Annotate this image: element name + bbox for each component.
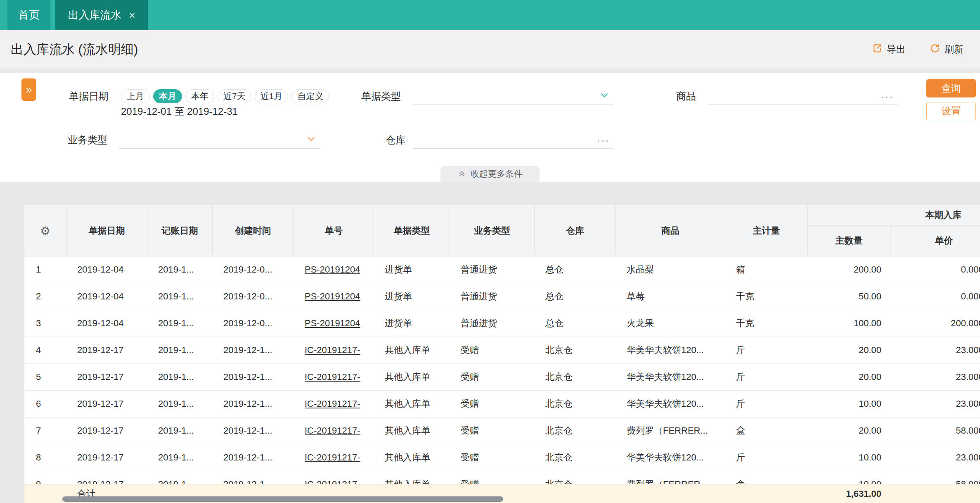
table-row: 22019-12-042019-1...2019-12-0...PS-20191…: [24, 283, 980, 310]
cell-unit: 盒: [725, 418, 808, 444]
date-pill-近7天[interactable]: 近7天: [218, 89, 251, 103]
table-row: 52019-12-172019-1...2019-12-1...IC-20191…: [24, 364, 980, 391]
cell-doc-type: 进货单: [374, 310, 450, 337]
refresh-icon: [930, 43, 940, 56]
horizontal-scrollbar-thumb[interactable]: [62, 496, 503, 502]
cell-biz-type: 普通进货: [450, 283, 535, 310]
col-header-created: 创建时间: [213, 205, 294, 256]
cell-qty: 50.00: [808, 283, 890, 310]
col-header-doc-no: 单号: [294, 205, 374, 256]
cell-no: 6: [24, 391, 66, 417]
cell-doc-type: 其他入库单: [374, 418, 450, 444]
cell-goods: 火龙果: [616, 310, 725, 337]
cell-biz-type: 受赠: [450, 337, 535, 363]
cell-doc-date: 2019-12-17: [66, 364, 147, 390]
cell-unit: 斤: [725, 364, 808, 390]
tab-close-icon[interactable]: ×: [129, 10, 135, 21]
cell-price: 23.0000: [890, 391, 980, 417]
cell-biz-type: 普通进货: [450, 256, 535, 283]
collapse-more-filters-button[interactable]: 收起更多条件: [440, 166, 540, 182]
date-range-value[interactable]: 2019-12-01 至 2019-12-31: [121, 105, 238, 118]
collapse-more-filters-label: 收起更多条件: [471, 168, 523, 180]
doc-type-label: 单据类型: [361, 89, 401, 103]
doc-number-link[interactable]: IC-20191217-: [294, 418, 374, 444]
cell-book-date: 2019-1...: [147, 337, 213, 363]
cell-qty: 20.00: [808, 364, 890, 390]
doc-number-link[interactable]: IC-20191217-: [294, 391, 374, 417]
cell-qty: 20.00: [808, 418, 890, 444]
doc-type-select[interactable]: [413, 89, 614, 105]
doc-number-link[interactable]: PS-20191204: [294, 256, 374, 283]
doc-number-link[interactable]: IC-20191217-: [294, 337, 374, 363]
doc-number-link[interactable]: PS-20191204: [294, 283, 374, 310]
cell-unit: 箱: [725, 256, 808, 283]
cell-doc-type: 进货单: [374, 256, 450, 283]
cell-warehouse: 北京仓: [535, 364, 616, 390]
top-tab-bar: 首页 出入库流水 ×: [0, 0, 980, 30]
column-settings-gear-icon[interactable]: ⚙: [40, 224, 50, 238]
goods-picker[interactable]: ···: [707, 89, 898, 105]
refresh-label: 刷新: [944, 43, 963, 56]
chevron-down-icon: [599, 90, 610, 102]
cell-book-date: 2019-1...: [147, 444, 213, 471]
doc-date-label: 单据日期: [69, 89, 109, 103]
col-header-warehouse: 仓库: [535, 205, 616, 256]
biz-type-select[interactable]: [119, 133, 321, 149]
cell-no: 8: [24, 444, 66, 471]
cell-warehouse: 北京仓: [535, 337, 616, 363]
table-row: 72019-12-172019-1...2019-12-1...IC-20191…: [24, 418, 980, 444]
cell-no: 2: [24, 283, 66, 310]
date-pill-本年[interactable]: 本年: [185, 89, 214, 103]
col-group-current-inbound: 本期入库 主数量 单价: [808, 205, 980, 256]
expand-filters-button[interactable]: »: [21, 78, 36, 101]
warehouse-picker[interactable]: ···: [413, 133, 614, 149]
cell-warehouse: 北京仓: [535, 418, 616, 444]
cell-goods: 草莓: [616, 283, 725, 310]
col-header-goods: 商品: [616, 205, 725, 256]
table-row: 82019-12-172019-1...2019-12-1...IC-20191…: [24, 444, 980, 471]
cell-doc-date: 2019-12-04: [66, 310, 147, 337]
cell-book-date: 2019-1...: [147, 310, 213, 337]
date-pill-本月[interactable]: 本月: [153, 89, 182, 103]
refresh-button[interactable]: 刷新: [930, 43, 963, 56]
cell-doc-type: 其他入库单: [374, 337, 450, 363]
col-header-unit-price: 单价: [890, 225, 980, 256]
tab-inout-flow[interactable]: 出入库流水 ×: [55, 0, 148, 30]
cell-book-date: 2019-1...: [147, 418, 213, 444]
doc-number-link[interactable]: PS-20191204: [294, 310, 374, 337]
cell-doc-type: 其他入库单: [374, 444, 450, 471]
cell-created: 2019-12-1...: [213, 444, 294, 471]
cell-doc-date: 2019-12-04: [66, 283, 147, 310]
settings-button[interactable]: 设置: [926, 102, 976, 120]
query-button[interactable]: 查询: [926, 79, 976, 97]
col-header-book-date: 记账日期: [147, 205, 213, 256]
date-pill-近1月[interactable]: 近1月: [255, 89, 289, 103]
cell-qty: 10.00: [808, 391, 890, 417]
cell-goods: 华美华夫软饼120...: [616, 391, 725, 417]
tab-inout-flow-label: 出入库流水: [68, 8, 121, 22]
cell-doc-type: 其他入库单: [374, 391, 450, 417]
cell-biz-type: 受赠: [450, 364, 535, 390]
col-header-doc-date: 单据日期: [66, 205, 147, 256]
cell-warehouse: 北京仓: [535, 444, 616, 471]
cell-biz-type: 受赠: [450, 444, 535, 471]
tab-home[interactable]: 首页: [7, 0, 50, 30]
cell-qty: 200.00: [808, 256, 890, 283]
doc-number-link[interactable]: IC-20191217-: [294, 364, 374, 390]
doc-number-link[interactable]: IC-20191217-: [294, 444, 374, 471]
cell-price: 200.0000: [890, 310, 980, 337]
table-row: 12019-12-042019-1...2019-12-0...PS-20191…: [24, 256, 980, 283]
cell-price: 23.0000: [890, 444, 980, 471]
cell-price: 23.0000: [890, 337, 980, 363]
cell-goods: 华美华夫软饼120...: [616, 364, 725, 390]
date-pill-自定义[interactable]: 自定义: [291, 89, 329, 103]
cell-price: 58.0000: [890, 418, 980, 444]
cell-book-date: 2019-1...: [147, 256, 213, 283]
title-bar: 出入库流水 (流水明细) 导出 刷新: [0, 30, 980, 69]
cell-doc-type: 其他入库单: [374, 364, 450, 390]
export-icon: [872, 43, 883, 56]
cell-no: 7: [24, 418, 66, 444]
date-pill-上月[interactable]: 上月: [121, 89, 150, 103]
export-button[interactable]: 导出: [872, 43, 906, 56]
cell-book-date: 2019-1...: [147, 283, 213, 310]
